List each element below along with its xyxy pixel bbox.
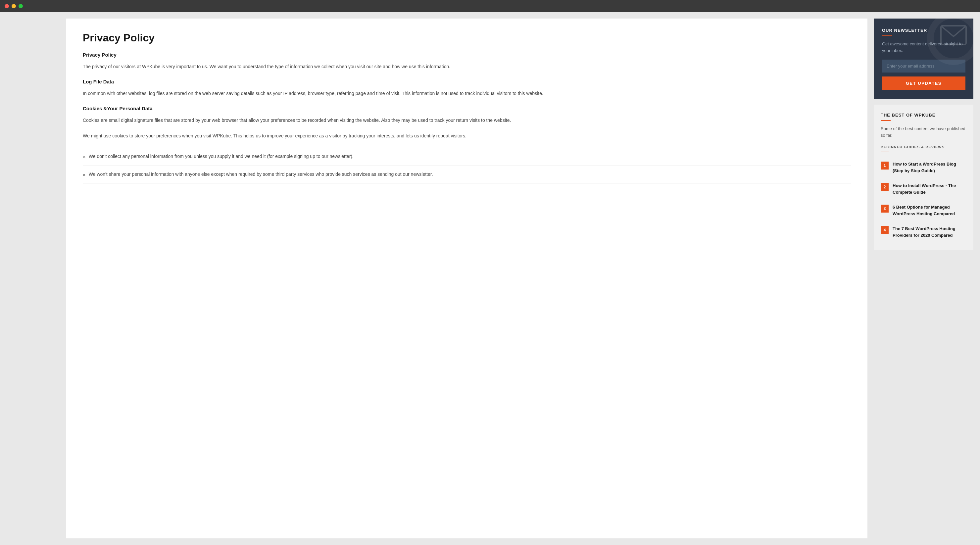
article-title-2[interactable]: How to Install WordPress - The Complete …	[892, 182, 967, 195]
article-num-4: 4	[881, 226, 889, 234]
maximize-button[interactable]	[19, 4, 23, 8]
section-label-accent	[881, 151, 889, 152]
browser-content: Privacy Policy Privacy Policy The privac…	[0, 12, 980, 545]
email-input[interactable]	[882, 60, 966, 73]
get-updates-button[interactable]: GET UPDATES	[882, 76, 966, 90]
content-panel: Privacy Policy Privacy Policy The privac…	[66, 19, 867, 539]
article-item-1: 1 How to Start a WordPress Blog (Step by…	[881, 157, 967, 178]
newsletter-accent	[882, 35, 892, 36]
page-title: Privacy Policy	[83, 32, 851, 44]
envelope-icon	[940, 25, 967, 46]
article-item-2: 2 How to Install WordPress - The Complet…	[881, 178, 967, 199]
bestof-widget: THE BEST OF WPKUBE Some of the best cont…	[874, 105, 974, 250]
body-text-cookies: Cookies are small digital signature file…	[83, 116, 851, 124]
titlebar	[0, 0, 980, 12]
article-num-2: 2	[881, 183, 889, 191]
section-heading-cookies: Cookies &Your Personal Data	[83, 106, 851, 111]
close-button[interactable]	[5, 4, 9, 8]
bestof-title: THE BEST OF WPKUBE	[881, 113, 967, 118]
left-sidebar	[0, 19, 60, 539]
bestof-accent	[881, 120, 891, 121]
arrow-icon-2: »	[83, 171, 86, 178]
beginner-guides-label: BEGINNER GUIDES & REVIEWS	[881, 145, 967, 149]
article-list: 1 How to Start a WordPress Blog (Step by…	[881, 157, 967, 242]
list-item-1: » We don't collect any personal informat…	[83, 148, 851, 166]
section-heading-privacy: Privacy Policy	[83, 52, 851, 57]
main-area: Privacy Policy Privacy Policy The privac…	[60, 19, 980, 539]
list-text-2: We won't share your personal information…	[89, 171, 433, 178]
arrow-icon-1: »	[83, 153, 86, 161]
right-sidebar: OUR NEWSLETTER Get awesome content deliv…	[874, 19, 974, 539]
bestof-subtitle: Some of the best content we have publish…	[881, 126, 967, 139]
list-text-1: We don't collect any personal informatio…	[89, 153, 353, 160]
section-heading-logfile: Log File Data	[83, 79, 851, 84]
article-item-4: 4 The 7 Best WordPress Hosting Providers…	[881, 222, 967, 242]
minimize-button[interactable]	[11, 4, 16, 8]
article-title-1[interactable]: How to Start a WordPress Blog (Step by S…	[892, 161, 967, 174]
body-text-logfile: In common with other websites, log files…	[83, 90, 851, 98]
body-text-cookies-2: We might use cookies to store your prefe…	[83, 132, 851, 140]
article-item-3: 3 6 Best Options for Managed WordPress H…	[881, 200, 967, 221]
article-title-4[interactable]: The 7 Best WordPress Hosting Providers f…	[892, 225, 967, 238]
list-item-2: » We won't share your personal informati…	[83, 166, 851, 183]
article-num-1: 1	[881, 162, 889, 169]
article-title-3[interactable]: 6 Best Options for Managed WordPress Hos…	[892, 204, 967, 217]
article-num-3: 3	[881, 205, 889, 213]
newsletter-widget: OUR NEWSLETTER Get awesome content deliv…	[874, 19, 974, 99]
body-text-privacy: The privacy of our visitors at WPKube is…	[83, 63, 851, 71]
